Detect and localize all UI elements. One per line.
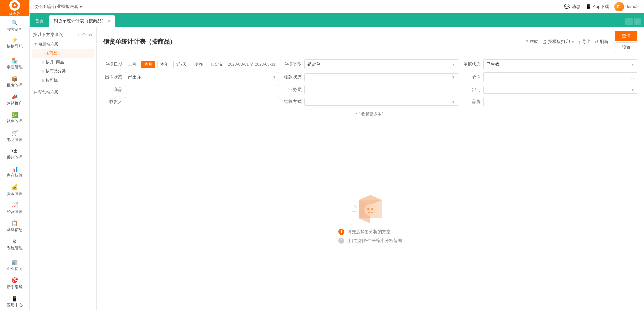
sidebar-label-app-center: 应用中心 <box>7 302 23 308</box>
type-select[interactable]: 销货单 ▼ <box>304 59 458 69</box>
more-btn[interactable]: 更多 <box>192 61 206 68</box>
last-month-btn[interactable]: 上月 <box>125 61 139 68</box>
svg-point-4 <box>364 204 376 216</box>
tab-active[interactable]: 销货单统计计表（按商品） × <box>49 15 115 27</box>
refresh-icon: ↺ <box>595 39 598 44</box>
operations-icon: 📈 <box>11 202 18 208</box>
sidebar-item-retail[interactable]: 🏪 零售管理 <box>0 55 29 73</box>
sidebar-label-sales: 销售管理 <box>7 119 23 124</box>
tree-node-label-by-month: 按月+商品 <box>46 59 64 65</box>
out-status-select[interactable]: 已出库 ▼ <box>125 72 279 82</box>
sidebar-label-basic: 基础信息 <box>7 227 23 233</box>
collapse-filter-btn[interactable]: ^ ^ 收起更多条件 <box>103 109 637 119</box>
payment-select[interactable]: ▼ <box>304 98 458 106</box>
filter-status-cell: 单据状态 已生效 ▼ <box>462 59 637 69</box>
custom-btn[interactable]: 自定义 <box>208 61 226 68</box>
sidebar-item-operations[interactable]: 📈 经营管理 <box>0 199 29 217</box>
help-btn[interactable]: ? 帮助 <box>526 39 538 45</box>
tree-node-by-cashier[interactable]: ⊞ 按司机 <box>32 76 94 85</box>
date-controls: 上月 本月 本年 近7天 更多 自定义 2023-03-01 至 2023-03… <box>125 61 279 68</box>
sidebar-item-sales[interactable]: 💹 销售管理 <box>0 109 29 127</box>
tab-home[interactable]: 首页 <box>30 15 49 27</box>
marketing-icon: 📣 <box>11 94 18 100</box>
panel-header-label: 按以下方案查询 <box>33 32 63 38</box>
sidebar-item-inventory[interactable]: 📊 库存核算 <box>0 163 29 181</box>
avatar: Ea <box>614 2 624 11</box>
top-header: 办公用品行业模拟账套 ▾ 💬 消息 📱 App下载 Ea demo2 <box>30 0 644 13</box>
this-year-btn[interactable]: 本年 <box>157 61 171 68</box>
sidebar-item-ecommerce[interactable]: 🛒 电商管理 <box>0 127 29 145</box>
tab-maximize-btn[interactable]: ⤢ <box>634 18 641 25</box>
app-download-btn[interactable]: 📱 App下载 <box>586 4 609 10</box>
warehouse-input[interactable]: ... <box>483 72 637 82</box>
sidebar-item-app-center[interactable]: 📱 应用中心 <box>0 293 29 310</box>
sidebar-item-enterprise[interactable]: 🏢 企业协同 <box>0 256 29 274</box>
filter-row-4: 收货人 ... 结算方式 ▼ <box>103 97 637 106</box>
breadcrumb-arrow: ▾ <box>80 4 82 9</box>
user-profile-btn[interactable]: Ea demo2 <box>614 2 639 11</box>
print-arrow: ▼ <box>571 40 575 44</box>
export-btn[interactable]: ↑ 导出 <box>579 39 591 45</box>
right-content: 销货单统计计表（按商品） ? 帮助 🖨 按模板打印 ▼ ↑ 导出 <box>97 27 644 310</box>
tree-node-by-category[interactable]: ⊞ 按商品分类 <box>32 67 94 76</box>
type-arrow: ▼ <box>452 63 455 66</box>
export-label: 导出 <box>582 39 591 45</box>
product-label: 商品 <box>103 87 125 93</box>
print-btn[interactable]: 🖨 按模板打印 ▼ <box>542 39 575 45</box>
tab-minimize-btn[interactable]: — <box>625 18 633 25</box>
sidebar-item-finance[interactable]: 💰 资金管理 <box>0 181 29 199</box>
header-actions: 💬 消息 📱 App下载 Ea demo2 <box>564 2 639 11</box>
sidebar-item-purchase[interactable]: 🛍 采购管理 <box>0 145 29 163</box>
ecommerce-icon: 🛒 <box>11 130 18 136</box>
tree-arrow-desktop: ▶ <box>34 43 38 46</box>
sidebar-item-system[interactable]: ⚙ 系统管理 <box>0 236 29 254</box>
tip-text-1: 请先选择要分析的方案 <box>347 229 391 235</box>
sidebar-item-basic[interactable]: 📋 基础信息 <box>0 217 29 236</box>
dept-select[interactable]: ▼ <box>483 86 637 94</box>
status-select[interactable]: 已生效 ▼ <box>483 59 637 69</box>
tree-node-by-month-product[interactable]: ⊞ 按月+商品 <box>32 58 94 67</box>
panel-settings-btn[interactable]: ⊙ <box>82 32 86 37</box>
sidebar-search[interactable]: 🔍 搜索菜单 <box>0 16 29 34</box>
settings-button[interactable]: 设置 <box>615 42 637 52</box>
panel-collapse-btn[interactable]: ≪ <box>88 32 93 37</box>
filter-row-2: 出库状态 已出库 ▼ 收款状态 ▼ <box>103 72 637 82</box>
receiver-input[interactable]: ... <box>125 97 279 106</box>
tab-close-btn[interactable]: × <box>108 19 110 23</box>
empty-tip-1: 1 请先选择要分析的方案 <box>338 229 402 235</box>
tip-num-1: 1 <box>338 229 344 235</box>
tree-node-label-by-category: 按商品分类 <box>46 68 66 74</box>
sidebar-item-marketing[interactable]: 📣 营销推广 <box>0 91 29 109</box>
refresh-btn[interactable]: ↺ 刷新 <box>595 39 608 45</box>
message-btn[interactable]: 💬 消息 <box>564 4 580 10</box>
sidebar-label-ecommerce: 电商管理 <box>7 137 23 143</box>
sidebar-item-wholesale[interactable]: 📦 批发管理 <box>0 73 29 91</box>
collect-select[interactable]: ▼ <box>304 73 458 81</box>
panel-add-btn[interactable]: + <box>77 32 80 37</box>
type-ctrl: 销货单 ▼ <box>304 59 458 69</box>
left-panel: 按以下方案查询 + ⊙ ≪ ▶ 电脑端方案 ○ 按商品 ⊞ 按月 <box>30 27 97 310</box>
date-btn-group: 上月 本月 本年 近7天 更多 自定义 2023-03-01 至 2023-03… <box>125 61 279 68</box>
last7-btn[interactable]: 近7天 <box>173 61 190 68</box>
brand-input[interactable]: ... <box>483 97 637 106</box>
collect-ctrl: ▼ <box>304 73 458 81</box>
tab-home-label: 首页 <box>35 18 44 23</box>
product-input[interactable]: ... <box>125 85 279 94</box>
tree-node-by-product[interactable]: ○ 按商品 <box>32 49 94 58</box>
sidebar-item-guide[interactable]: 🎯 新手引导 <box>0 274 29 293</box>
tree-mobile-label: 移动端方案 <box>38 89 58 95</box>
query-button[interactable]: 查询 <box>615 31 637 41</box>
salesperson-input[interactable]: ... <box>304 85 458 94</box>
sidebar-item-quick-nav[interactable]: ⚡ 快捷导航 <box>0 34 29 52</box>
payment-label: 结算方式 <box>282 99 304 105</box>
salesperson-label: 业务员 <box>282 87 304 93</box>
this-month-btn[interactable]: 本月 <box>141 61 155 68</box>
panel-header: 按以下方案查询 + ⊙ ≪ <box>30 30 96 40</box>
tree-desktop-parent[interactable]: ▶ 电脑端方案 <box>32 40 94 49</box>
warehouse-label: 仓库 <box>462 74 483 80</box>
filter-row-1: 单据日期 上月 本月 本年 近7天 更多 自定义 2023-03-01 至 20… <box>103 59 637 69</box>
download-icon: 📱 <box>586 4 591 9</box>
tree-mobile-parent[interactable]: ▶ 移动端方案 <box>32 88 94 97</box>
page-title-bar: 销货单统计计表（按商品） ? 帮助 🖨 按模板打印 ▼ ↑ 导出 <box>97 27 644 55</box>
filter-warehouse-cell: 仓库 ... <box>462 72 637 82</box>
